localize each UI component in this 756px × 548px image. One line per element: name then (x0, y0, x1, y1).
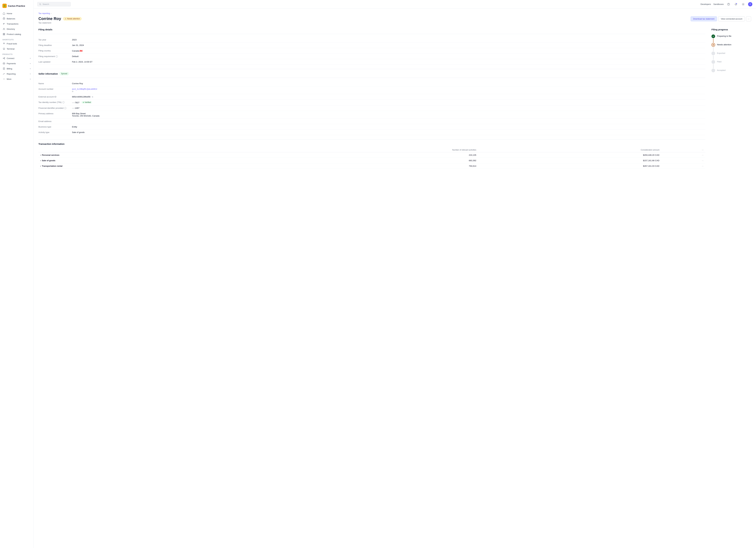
sidebar-item-balances[interactable]: Balances (1, 16, 32, 21)
reporting-icon (3, 73, 5, 75)
seller-account-label: Account number (38, 88, 72, 90)
billing-expand: Billing ▾ (7, 68, 31, 70)
step-icon-filed (711, 60, 715, 64)
expand-icon: › (40, 165, 41, 167)
settings-icon[interactable] (741, 2, 746, 7)
seller-email-label: Email address (38, 120, 72, 122)
svg-point-7 (3, 48, 5, 50)
products-label: Products (0, 52, 33, 56)
svg-point-21 (83, 102, 84, 103)
search-icon (39, 3, 41, 5)
sidebar-item-more-label: More (7, 78, 11, 80)
step-label-filed: Filed (717, 60, 721, 63)
filing-requirement-value: Default (72, 55, 705, 57)
breadcrumb[interactable]: Tax reporting › (38, 12, 751, 14)
seller-info-title: Seller information (38, 72, 58, 75)
sidebar-item-connect[interactable]: Connect ▾ (1, 56, 32, 61)
seller-activity-type-row: Activity type Sale of goods (38, 130, 705, 135)
page-header: Corrine Roy ⚠ Needs attention Tax statem… (38, 16, 751, 28)
sidebar-item-reporting[interactable]: Reporting ▾ (1, 71, 32, 76)
add-button[interactable]: + (748, 2, 752, 6)
seller-tin-row: Tax identity number (TIN) i ·····7827 Ve… (38, 100, 705, 105)
svg-point-18 (728, 5, 729, 5)
svg-rect-11 (3, 63, 5, 64)
expand-icon: › (40, 154, 41, 156)
more-actions-button[interactable]: ··· (746, 16, 751, 21)
transportation-rental-more[interactable]: ··· (661, 163, 705, 169)
sidebar-item-transactions[interactable]: Transactions (1, 21, 32, 26)
expand-transportation-rental[interactable]: › Transportation rental (40, 165, 249, 167)
sidebar-item-product-catalog-label: Product catalog (7, 33, 21, 35)
svg-rect-6 (4, 34, 5, 35)
chevron-down-icon: ▾ (30, 68, 31, 70)
seller-name-row: Name Corrine Roy (38, 81, 705, 86)
personal-services-amount: $293,446.20 CAD (478, 152, 661, 158)
sidebar-item-more[interactable]: More ▾ (1, 77, 32, 81)
seller-business-type-label: Business type (38, 126, 72, 128)
transportation-rental-amount: $267,161.03 CAD (478, 163, 661, 169)
sidebar-item-directory[interactable]: Directory (1, 27, 32, 31)
sidebar-item-terminal-label: Terminal (7, 48, 14, 50)
seller-activity-type-value: Sale of goods (72, 131, 705, 133)
col-header-more[interactable]: ··· (661, 148, 705, 152)
copy-account-icon[interactable]: ⧉ (72, 90, 73, 92)
developers-link[interactable]: Developers (700, 3, 711, 5)
step-icon-accepted (711, 69, 715, 72)
home-icon (3, 12, 5, 15)
search-placeholder: Search (43, 3, 49, 5)
download-tax-statement-button[interactable]: Download tax statement (691, 16, 717, 21)
sandboxes-link[interactable]: Sandboxes (713, 3, 724, 5)
sidebar-item-terminal[interactable]: Terminal (1, 46, 32, 51)
info-icon: i (56, 55, 58, 57)
transaction-info-title: Transaction information (38, 143, 705, 145)
filing-deadline-value: Jan 31, 2024 (72, 44, 705, 46)
view-connected-account-button[interactable]: View connected account (718, 16, 745, 21)
product-catalog-icon (3, 33, 5, 35)
sidebar-item-billing-label: Billing (7, 68, 12, 70)
step-label-exported: Exported (717, 52, 725, 54)
app-logo: 🌵 Cactus Practice (0, 2, 33, 11)
sidebar-item-home[interactable]: Home (1, 11, 32, 16)
expand-icon: › (40, 159, 41, 162)
step-connector-attention (711, 43, 715, 52)
chevron-down-icon: ▾ (30, 78, 31, 80)
step-connector-preparing (711, 34, 715, 43)
tax-year-label: Tax year (38, 39, 72, 41)
seller-info-table: Name Corrine Roy Account number acct_1LX… (38, 81, 705, 135)
sale-of-goods-more[interactable]: ··· (661, 158, 705, 163)
search-bar[interactable]: Search (37, 2, 71, 6)
sidebar-item-directory-label: Directory (7, 28, 15, 30)
expand-personal-services[interactable]: › Personal services (40, 154, 249, 156)
last-updated-value: Feb 2, 2023, 14:00 ET (72, 61, 705, 63)
filing-requirement-label: Filing requirement i (38, 55, 72, 57)
app-name: Cactus Practice (8, 5, 25, 7)
expand-sale-of-goods[interactable]: › Sale of goods (40, 159, 249, 162)
sidebar-item-fraud-tools[interactable]: Fraud tools (1, 41, 32, 46)
account-number-link[interactable]: acct_1LX8bqRLQwLebWUr (72, 88, 705, 90)
table-row: › Personal services 224,135 $293,446.20 … (38, 152, 705, 158)
sidebar-item-product-catalog[interactable]: Product catalog (1, 32, 32, 37)
seller-external-id-label: External account ID (38, 96, 72, 98)
verified-badge: Verified (81, 101, 92, 104)
sidebar-item-fraud-tools-label: Fraud tools (7, 43, 17, 45)
filing-progress-title: Filing progress (711, 28, 751, 31)
seller-name-label: Name (38, 82, 72, 85)
personal-services-more[interactable]: ··· (661, 152, 705, 158)
table-row: › Sale of goods 683,392 $157,161.66 CAD … (38, 158, 705, 163)
terminal-icon (3, 48, 5, 50)
chevron-down-icon: ▾ (30, 73, 31, 75)
filing-country-value: Canada 🇨🇦 (72, 50, 705, 52)
logo-icon: 🌵 (2, 4, 7, 8)
verified-check-icon (83, 101, 84, 103)
help-icon[interactable] (726, 2, 731, 7)
info-icon: i (62, 101, 65, 103)
sidebar-item-payments[interactable]: Payments ▾ (1, 61, 32, 66)
step-line-preparing (713, 38, 713, 43)
notifications-icon[interactable] (733, 2, 738, 7)
filing-details-table: Tax year 2023 Filing deadline Jan 31, 20… (38, 37, 705, 65)
copy-external-id-icon[interactable]: ⧉ (92, 96, 93, 98)
sale-of-goods-amount: $157,161.66 CAD (478, 158, 661, 163)
sidebar-item-billing[interactable]: Billing ▾ (1, 66, 32, 71)
table-row: › Transportation rental 794,614 $267,161… (38, 163, 705, 169)
step-icon-attention (711, 43, 715, 47)
